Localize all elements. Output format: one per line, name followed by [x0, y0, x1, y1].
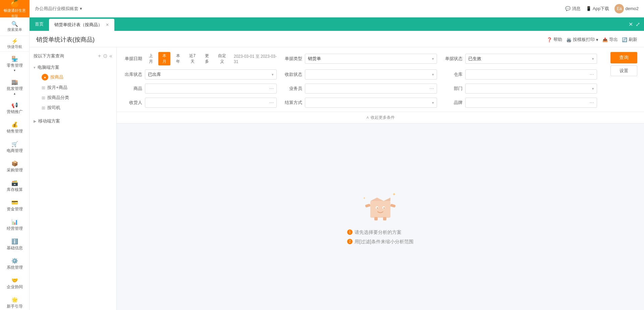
page-actions: ❓ 帮助 🖨️ 按模板打印 ▾ 📤 导出 🔄 刷新 — [547, 37, 637, 43]
sidebar-item-marketing[interactable]: 📢 营销推广 — [0, 98, 29, 117]
svg-rect-0 — [370, 201, 390, 218]
goods-label: 商品 — [123, 86, 142, 92]
collapse-bar[interactable]: ∧ 收起更多条件 — [117, 112, 644, 123]
salesperson-input[interactable]: ··· — [305, 84, 437, 94]
query-button[interactable]: 查询 — [610, 52, 637, 63]
sidebar-item-finance[interactable]: 💳 资金管理 — [0, 195, 29, 215]
tab-close-window-icon[interactable]: ✕ — [629, 21, 633, 28]
sidebar-item-enterprise[interactable]: 🤝 企业协同 — [0, 273, 29, 293]
scheme-category-mobile-header[interactable]: ▶ 移动端方案 — [34, 117, 112, 125]
tab-home-label: 首页 — [35, 21, 44, 27]
wholesale-arrow: ▴ — [1, 92, 28, 95]
refresh-btn[interactable]: 🔄 刷新 — [622, 37, 637, 43]
scheme-panel-title: 按以下方案查询 — [34, 53, 64, 59]
tab-restore-icon[interactable]: ⤢ — [636, 21, 640, 28]
sidebar-item-system[interactable]: ⚙️ 系统管理 — [0, 254, 29, 273]
brand-dots: ··· — [590, 100, 594, 106]
svg-text:✦: ✦ — [392, 192, 396, 197]
shortcut-7days[interactable]: 近7天 — [185, 52, 200, 65]
company-selector[interactable]: 办公用品行业模拟账套 ▾ — [35, 6, 82, 12]
warehouse-input[interactable]: ··· — [465, 69, 597, 80]
export-btn[interactable]: 📤 导出 — [602, 37, 618, 43]
sidebar-logo[interactable]: 🍊 畅捷通好生意 标版 — [0, 0, 30, 17]
sidebar-item-guide[interactable]: 🌟 新手引导 — [0, 293, 29, 310]
outstatus-selector[interactable]: 已出库 ▾ — [145, 69, 277, 80]
sidebar-item-purchase[interactable]: 📦 采购管理 — [0, 156, 29, 176]
settle-selector[interactable]: ▾ — [305, 98, 437, 108]
print-btn[interactable]: 🖨️ 按模板打印 ▾ — [566, 37, 598, 43]
filter-row-2: 出库状态 已出库 ▾ 收款状态 ▾ — [123, 69, 597, 80]
doctype-label: 单据类型 — [283, 56, 302, 62]
settings-button[interactable]: 设置 — [610, 65, 637, 76]
empty-tip-2: 2 用[过滤]条件来缩小分析范围 — [347, 237, 414, 246]
sidebar-item-ecommerce[interactable]: 🛒 电商管理 — [0, 137, 29, 156]
sidebar-item-sales[interactable]: 💰 销售管理 — [0, 117, 29, 137]
brand-input[interactable]: ··· — [465, 98, 597, 108]
app-download-btn[interactable]: 📱 App下载 — [586, 6, 609, 12]
tab-sales-stat[interactable]: 销货单统计表（按商品） ✕ — [49, 19, 114, 31]
scheme-item-by-driver[interactable]: ⊞ 按司机 — [34, 103, 112, 113]
scheme-item-by-goods[interactable]: ● 按商品 — [34, 72, 112, 83]
sidebar-quick-nav[interactable]: ⚡ 快捷导航 — [0, 36, 29, 52]
svg-rect-5 — [374, 217, 378, 220]
shortcut-last-month[interactable]: 上月 — [145, 52, 157, 65]
data-area: ✦ ✦ 1 请先选择要分析的方案 2 用[过滤]条件来缩小分析范围 — [117, 123, 644, 310]
doctype-value: 销货单 — [308, 56, 321, 62]
scheme-item-label-goods: 按商品 — [50, 74, 63, 80]
search-label: 搜索菜单 — [3, 27, 26, 32]
collapse-label: ∧ 收起更多条件 — [366, 115, 394, 120]
scheme-add-btn[interactable]: + — [98, 53, 101, 59]
scheme-collapse-btn[interactable]: « — [109, 53, 112, 59]
logo-text: 畅捷通好生意 — [4, 8, 26, 13]
scheme-item-by-category[interactable]: ⊞ 按商品分类 — [34, 93, 112, 103]
collectstatus-selector[interactable]: ▾ — [305, 69, 437, 80]
help-btn[interactable]: ❓ 帮助 — [547, 37, 562, 43]
recipient-input[interactable]: ··· — [145, 98, 277, 108]
outstatus-label: 出库状态 — [123, 71, 142, 78]
salesperson-label: 业务员 — [283, 86, 302, 92]
sidebar-search[interactable]: 🔍 搜索菜单 — [0, 17, 29, 36]
scheme-category-pc-header[interactable]: ▾ 电脑端方案 — [34, 63, 112, 72]
sidebar-item-operation[interactable]: 📊 经营管理 — [0, 215, 29, 234]
dept-selector[interactable]: ▾ — [465, 84, 597, 94]
svg-rect-7 — [365, 204, 371, 208]
operation-icon: 📊 — [1, 219, 28, 225]
scheme-category-pc: ▾ 电脑端方案 ● 按商品 ⊞ 按月+商品 ⊞ 按商品分类 — [30, 61, 116, 115]
filter-field-doctype: 单据类型 销货单 ▾ — [283, 54, 437, 64]
scheme-settings-btn[interactable]: ⊙ — [103, 53, 107, 59]
shortcut-more[interactable]: 更多 — [201, 52, 213, 65]
shortcut-this-month[interactable]: 本月 — [158, 52, 170, 65]
scheme-driver-icon: ⊞ — [42, 105, 45, 110]
tip-num-1: 1 — [347, 229, 353, 235]
scheme-mobile-arrow: ▶ — [34, 119, 36, 123]
docstatus-selector[interactable]: 已生效 ▾ — [465, 54, 597, 64]
refresh-icon: 🔄 — [622, 37, 627, 42]
message-btn[interactable]: 💬 消息 — [565, 6, 581, 12]
tabbar: 首页 销货单统计表（按商品） ✕ ✕ ⤢ — [30, 17, 644, 31]
svg-point-3 — [377, 207, 378, 209]
tab-home[interactable]: 首页 — [30, 17, 49, 31]
tip-text-1: 请先选择要分析的方案 — [355, 227, 401, 237]
collectstatus-arrow: ▾ — [432, 72, 434, 77]
sidebar-item-basic[interactable]: ℹ️ 基础信息 — [0, 234, 29, 254]
sidebar-item-wholesale[interactable]: 🏬 批发管理 ▴ — [0, 75, 29, 98]
inventory-icon: 🗃️ — [1, 180, 28, 186]
avatar: Ea — [614, 4, 624, 13]
query-section: 查询 设置 — [604, 47, 644, 112]
filter-field-collectstatus: 收款状态 ▾ — [283, 69, 437, 80]
refresh-label: 刷新 — [629, 37, 637, 43]
scheme-pc-arrow: ▾ — [34, 65, 36, 70]
sidebar-item-inventory[interactable]: 🗃️ 库存核算 — [0, 176, 29, 195]
shortcut-custom[interactable]: 自定义 — [214, 52, 230, 65]
wholesale-icon: 🏬 — [1, 79, 28, 85]
svg-rect-8 — [390, 204, 396, 208]
doctype-selector[interactable]: 销货单 ▾ — [305, 54, 437, 64]
tab-close-icon[interactable]: ✕ — [106, 22, 109, 27]
page-content: 销货单统计表(按商品) ❓ 帮助 🖨️ 按模板打印 ▾ 📤 导出 🔄 刷新 — [30, 31, 644, 310]
enterprise-icon: 🤝 — [1, 277, 28, 283]
user-profile[interactable]: Ea demo2 — [614, 4, 639, 13]
shortcut-this-year[interactable]: 本年 — [172, 52, 184, 65]
scheme-item-by-month-goods[interactable]: ⊞ 按月+商品 — [34, 83, 112, 93]
goods-input[interactable]: ··· — [145, 84, 277, 94]
sidebar-item-retail[interactable]: 🏪 零售管理 ▾ — [0, 52, 29, 75]
